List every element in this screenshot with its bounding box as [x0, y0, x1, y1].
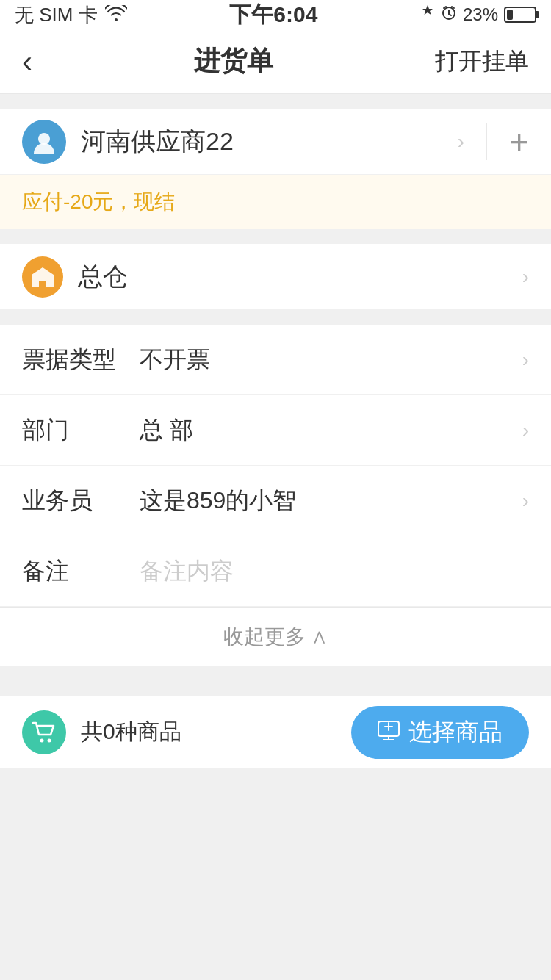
- salesperson-row[interactable]: 业务员 这是859的小智 ›: [0, 466, 551, 536]
- nav-bar: ‹ 进货单 打开挂单: [0, 29, 551, 94]
- supplier-avatar: [22, 120, 66, 164]
- vertical-divider: [486, 123, 487, 160]
- remark-label: 备注: [22, 555, 125, 588]
- invoice-type-label: 票据类型: [22, 344, 125, 376]
- mid-divider-2: [0, 310, 551, 325]
- status-time: 下午6:04: [229, 0, 317, 30]
- form-section: 票据类型 不开票 › 部门 总 部 › 业务员 这是859的小智 › 备注 备注…: [0, 325, 551, 666]
- remark-value: 备注内容: [125, 555, 529, 588]
- salesperson-label: 业务员: [22, 485, 125, 517]
- department-row[interactable]: 部门 总 部 ›: [0, 395, 551, 466]
- back-button[interactable]: ‹: [22, 44, 32, 79]
- department-value: 总 部: [125, 414, 522, 447]
- battery-icon: [504, 7, 536, 23]
- top-divider: [0, 94, 551, 109]
- product-count: 共0种商品: [81, 717, 351, 747]
- collapse-button[interactable]: 收起更多 ∧: [0, 607, 551, 666]
- select-product-icon: [378, 720, 400, 745]
- location-icon: [420, 4, 435, 25]
- bottom-section: 共0种商品 选择商品: [0, 695, 551, 768]
- page-title: 进货单: [194, 43, 273, 79]
- wifi-icon: [105, 4, 127, 26]
- salesperson-chevron: ›: [522, 489, 529, 513]
- supplier-row[interactable]: 河南供应商22 › +: [0, 109, 551, 175]
- carrier-text: 无 SIM 卡: [15, 2, 98, 28]
- invoice-type-row[interactable]: 票据类型 不开票 ›: [0, 325, 551, 395]
- open-pending-button[interactable]: 打开挂单: [435, 46, 529, 78]
- svg-point-5: [38, 133, 50, 145]
- supplier-name: 河南供应商22: [81, 125, 458, 159]
- main-content: 河南供应商22 › + 应付-20元，现结 总仓 › 票据类型 不开票 ›: [0, 94, 551, 980]
- bottom-divider: [0, 666, 551, 680]
- battery-percentage: 23%: [463, 4, 498, 25]
- status-carrier: 无 SIM 卡: [15, 2, 127, 28]
- alarm-icon: [441, 4, 457, 25]
- warehouse-name: 总仓: [78, 260, 522, 294]
- status-bar: 无 SIM 卡 下午6:04 23%: [0, 0, 551, 29]
- select-product-label: 选择商品: [408, 716, 503, 749]
- invoice-type-chevron: ›: [522, 348, 529, 372]
- warehouse-row[interactable]: 总仓 ›: [0, 244, 551, 310]
- warehouse-chevron: ›: [522, 265, 529, 289]
- notice-banner: 应付-20元，现结: [0, 175, 551, 229]
- notice-text: 应付-20元，现结: [22, 190, 175, 213]
- status-icons: 23%: [420, 4, 536, 25]
- select-product-button[interactable]: 选择商品: [351, 706, 529, 759]
- department-label: 部门: [22, 414, 125, 447]
- cart-icon: [22, 710, 66, 754]
- supplier-chevron: ›: [458, 130, 464, 154]
- invoice-type-value: 不开票: [125, 344, 522, 376]
- warehouse-icon: [22, 256, 63, 298]
- remark-row[interactable]: 备注 备注内容: [0, 536, 551, 607]
- add-supplier-button[interactable]: +: [509, 125, 529, 159]
- collapse-text: 收起更多 ∧: [223, 623, 328, 651]
- svg-point-6: [40, 738, 44, 742]
- department-chevron: ›: [522, 419, 529, 442]
- svg-point-7: [48, 738, 51, 742]
- mid-divider-1: [0, 229, 551, 244]
- svg-line-2: [449, 14, 451, 15]
- salesperson-value: 这是859的小智: [125, 485, 522, 517]
- supplier-section: 河南供应商22 › + 应付-20元，现结: [0, 109, 551, 229]
